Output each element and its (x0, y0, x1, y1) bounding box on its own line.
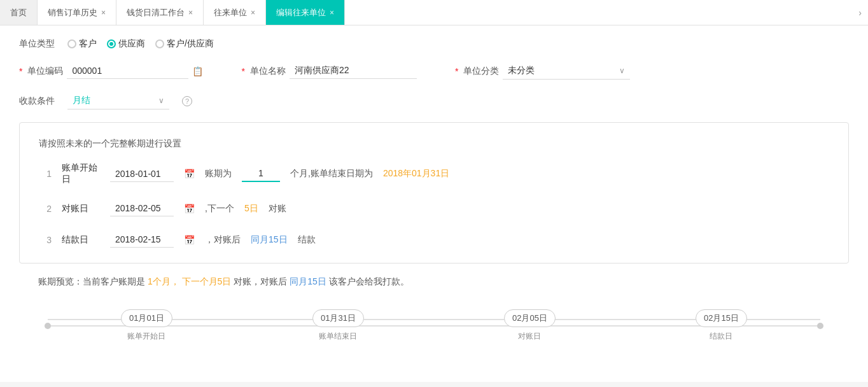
timeline-node-3: 02月05日 对账日 (504, 309, 556, 342)
payment-date-calendar[interactable]: 📅 (184, 235, 195, 245)
tab-expand-button[interactable]: › (852, 0, 868, 25)
payment-select[interactable]: 月结 ∨ (67, 92, 169, 109)
timeline-end-dot (817, 323, 823, 329)
period-title: 请按照未来的一个完整帐期进行设置 (39, 138, 829, 150)
unit-code-star: * (19, 66, 22, 76)
period-payment-highlight: 同月15日 (251, 234, 288, 246)
preview-months: 1个月， (148, 276, 179, 286)
timeline-bubble-2: 01月31日 (312, 309, 364, 327)
unit-name-input[interactable] (290, 63, 417, 79)
tab-home[interactable]: 首页 (0, 0, 38, 25)
reconcile-date-input[interactable] (110, 201, 174, 216)
period-end-date-highlight: 2018年01月31日 (383, 168, 449, 179)
unit-type-row: 单位类型 客户 供应商 客户/供应商 (19, 38, 849, 50)
unit-info-row: * 单位编码 📋 * 单位名称 * 单位分类 未分类 ∨ (19, 62, 849, 80)
tab-sales-history-label: 销售订单历史 (48, 7, 97, 18)
radio-customer-circle (67, 39, 76, 48)
tab-sales-history[interactable]: 销售订单历史 × (38, 0, 116, 25)
tab-edit-partner-label: 编辑往来单位 (276, 7, 326, 18)
radio-both-circle (155, 39, 164, 48)
main-content: 单位类型 客户 供应商 客户/供应商 * 单位编码 📋 * 单位名称 (0, 25, 868, 382)
period-num-3: 3 (39, 235, 52, 245)
unit-type-radio-group: 客户 供应商 客户/供应商 (67, 38, 214, 50)
tab-partner[interactable]: 往来单位 × (204, 0, 266, 25)
tab-bar: 首页 销售订单历史 × 钱货日清工作台 × 往来单位 × 编辑往来单位 × › (0, 0, 868, 25)
period-text-2b: 对账 (269, 203, 286, 215)
unit-category-label: 单位分类 (463, 66, 499, 77)
radio-supplier-circle (107, 39, 116, 48)
unit-name-label: 单位名称 (250, 66, 286, 77)
tab-cashflow-label: 钱货日清工作台 (127, 7, 185, 18)
period-text-3a: ，对账后 (205, 234, 241, 246)
period-label-3: 结款日 (62, 234, 100, 246)
period-text-1b: 个月,账单结束日期为 (290, 168, 373, 179)
period-row-2: 2 对账日 📅 ,下一个 5日 对账 (39, 201, 829, 216)
period-text-1a: 账期为 (205, 168, 232, 179)
tab-partner-label: 往来单位 (214, 7, 247, 18)
timeline: 01月01日 账单开始日 01月31日 账单结束日 02月05日 对账日 02月… (19, 303, 849, 355)
payment-date-input[interactable] (110, 232, 174, 248)
unit-name-group: * 单位名称 (241, 63, 416, 79)
unit-category-star: * (455, 66, 458, 76)
period-label-2: 对账日 (62, 203, 100, 215)
timeline-start-dot (45, 323, 51, 329)
period-row-3: 3 结款日 📅 ，对账后 同月15日 结款 (39, 232, 829, 248)
payment-row: 收款条件 月结 ∨ ? (19, 92, 849, 109)
tab-edit-partner-close[interactable]: × (330, 8, 334, 17)
period-row-1: 1 账单开始日 📅 账期为 个月,账单结束日期为 2018年01月31日 (39, 162, 829, 185)
tab-edit-partner[interactable]: 编辑往来单位 × (266, 0, 345, 25)
payment-arrow: ∨ (158, 96, 164, 105)
tab-partner-close[interactable]: × (251, 8, 255, 17)
timeline-node-2: 01月31日 账单结束日 (312, 309, 364, 342)
payment-label: 收款条件 (19, 95, 55, 107)
unit-code-input[interactable] (67, 63, 188, 79)
unit-category-arrow: ∨ (619, 66, 625, 75)
start-date-input[interactable] (110, 166, 174, 182)
timeline-node-4: 02月15日 结款日 (696, 309, 747, 342)
timeline-nodes-row: 01月01日 账单开始日 01月31日 账单结束日 02月05日 对账日 02月… (38, 309, 830, 342)
timeline-label-3: 对账日 (518, 331, 541, 342)
tab-sales-history-close[interactable]: × (101, 8, 106, 17)
start-date-calendar[interactable]: 📅 (184, 169, 195, 179)
unit-code-group: * 单位编码 📋 (19, 63, 203, 79)
timeline-bubble-3: 02月05日 (504, 309, 556, 327)
tab-cashflow[interactable]: 钱货日清工作台 × (116, 0, 204, 25)
payment-help-icon[interactable]: ? (182, 96, 192, 106)
period-num-2: 2 (39, 204, 52, 214)
radio-both-label: 客户/供应商 (167, 38, 214, 50)
preview-section: 账期预览：当前客户账期是 1个月， 下一个月5日 对账，对账后 同月15日 该客… (19, 276, 849, 288)
period-label-1: 账单开始日 (62, 162, 100, 185)
payment-value: 月结 (73, 95, 155, 106)
timeline-label-4: 结款日 (710, 331, 732, 342)
radio-supplier[interactable]: 供应商 (107, 38, 145, 50)
radio-customer[interactable]: 客户 (67, 38, 97, 50)
timeline-node-1: 01月01日 账单开始日 (121, 309, 172, 342)
copy-icon[interactable]: 📋 (192, 66, 203, 76)
timeline-bubble-1: 01月01日 (121, 309, 172, 327)
radio-supplier-label: 供应商 (118, 38, 145, 50)
preview-label: 账期预览：当前客户账期是 (38, 276, 145, 286)
timeline-label-1: 账单开始日 (127, 331, 165, 342)
unit-category-group: * 单位分类 未分类 ∨ (455, 62, 630, 80)
period-months-input[interactable] (242, 165, 280, 182)
preview-end: 该客户会给我打款。 (329, 276, 409, 286)
radio-customer-label: 客户 (79, 38, 97, 50)
preview-reconcile: 下一个月5日 (182, 276, 232, 286)
period-text-2a: ,下一个 (205, 203, 234, 215)
timeline-label-2: 账单结束日 (319, 331, 357, 342)
preview-mid: 对账，对账后 (234, 276, 287, 286)
unit-category-value: 未分类 (508, 65, 615, 76)
expand-icon: › (858, 8, 862, 18)
reconcile-date-calendar[interactable]: 📅 (184, 204, 195, 214)
preview-payment: 同月15日 (290, 276, 326, 286)
unit-category-select[interactable]: 未分类 ∨ (503, 62, 630, 80)
period-box: 请按照未来的一个完整帐期进行设置 1 账单开始日 📅 账期为 个月,账单结束日期… (19, 122, 849, 264)
timeline-bubble-4: 02月15日 (696, 309, 747, 327)
unit-code-label: 单位编码 (27, 66, 63, 77)
period-reconcile-highlight: 5日 (244, 203, 258, 215)
period-num-1: 1 (39, 169, 52, 179)
tab-cashflow-close[interactable]: × (188, 8, 193, 17)
tab-home-label: 首页 (10, 7, 27, 18)
unit-name-star: * (241, 66, 244, 76)
radio-both[interactable]: 客户/供应商 (155, 38, 214, 50)
